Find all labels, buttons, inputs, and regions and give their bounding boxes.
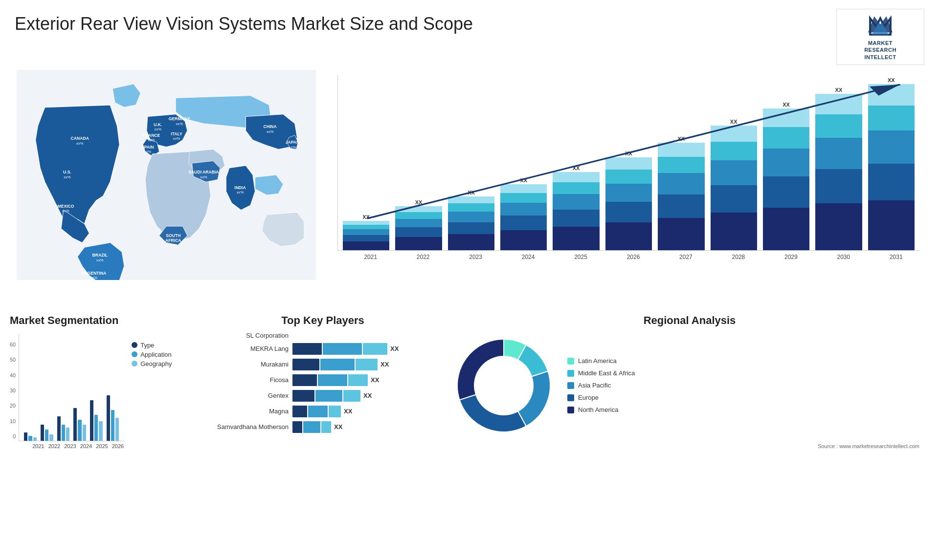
legend-label: Application (140, 351, 172, 358)
seg-y-label: 60 (10, 342, 16, 347)
seg-x-labels: 202120222023202420252026 (32, 443, 124, 449)
seg-bar-application (45, 430, 48, 441)
bar-x-label: 2031 (873, 254, 919, 260)
player-bar-seg (321, 421, 331, 433)
bar-seg (815, 138, 862, 169)
bar-seg (448, 234, 494, 250)
bar-seg (658, 157, 704, 173)
seg-x-label: 2024 (80, 443, 92, 449)
svg-text:xx%: xx% (62, 209, 69, 213)
regional-legend: Latin AmericaMiddle East & AfricaAsia Pa… (567, 357, 635, 413)
bar-seg (448, 196, 494, 203)
svg-text:GERMANY: GERMANY (169, 116, 190, 121)
bar-seg (553, 210, 599, 227)
seg-bar-application (78, 420, 81, 441)
svg-text:ARGENTINA: ARGENTINA (81, 270, 106, 275)
seg-x-label: 2026 (112, 443, 124, 449)
player-bar-seg (320, 359, 355, 370)
bar-year-col: XX (500, 177, 547, 250)
seg-year-group (57, 416, 70, 441)
svg-text:SPAIN: SPAIN (141, 144, 154, 149)
bar-seg (500, 193, 547, 203)
bar-seg (553, 172, 599, 182)
svg-text:xx%: xx% (289, 145, 296, 149)
seg-bar-type (107, 395, 110, 441)
seg-year-group (24, 432, 37, 441)
bar-seg (815, 94, 862, 114)
svg-text:JAPAN: JAPAN (286, 140, 300, 145)
seg-x-label: 2025 (96, 443, 108, 449)
bar-x-label: 2029 (768, 254, 814, 260)
svg-text:xx%: xx% (96, 258, 104, 262)
svg-text:U.S.: U.S. (63, 170, 71, 174)
svg-text:U.K.: U.K. (154, 122, 162, 127)
stacked-bar (343, 221, 389, 250)
bar-seg (343, 221, 389, 225)
bar-seg (448, 222, 494, 234)
svg-text:FRANCE: FRANCE (143, 133, 160, 138)
player-bars: XX (292, 374, 440, 386)
players-list: SL CorporationMEKRA LangXXMurakamiXXFico… (205, 332, 440, 433)
player-bar-seg (292, 390, 314, 402)
player-bar-seg (292, 421, 302, 433)
bar-seg (763, 108, 809, 127)
stacked-bar (711, 126, 757, 250)
svg-text:SOUTH: SOUTH (166, 233, 180, 238)
regional-legend-item: Asia Pacific (567, 382, 635, 389)
player-value: XX (380, 361, 389, 368)
stacked-bar (658, 143, 704, 250)
seg-y-label: 30 (10, 388, 16, 393)
svg-text:MEXICO: MEXICO (58, 204, 74, 209)
bar-seg (605, 222, 652, 250)
bar-seg (658, 173, 704, 194)
bar-x-label: 2024 (505, 254, 551, 260)
svg-text:xx%: xx% (176, 122, 183, 126)
player-bar-seg (292, 343, 322, 355)
bar-seg (605, 170, 652, 184)
segmentation-section: Market Segmentation 6050403020100 202120… (10, 314, 196, 449)
bar-seg (605, 184, 652, 202)
stacked-bar (553, 172, 599, 250)
bar-label-top: XX (730, 119, 738, 125)
player-row: MurakamiXX (205, 359, 440, 370)
player-name: Murakami (205, 361, 289, 368)
bar-year-col: XX (711, 119, 757, 250)
regional-section: Regional Analysis Latin AmericaMiddle Ea… (450, 314, 929, 449)
bar-year-col: XX (658, 136, 704, 250)
svg-text:xx%: xx% (170, 243, 177, 247)
legend-dot (132, 361, 137, 366)
bar-seg (448, 203, 494, 212)
regional-legend-color (567, 382, 574, 389)
bar-seg (343, 229, 389, 235)
regional-legend-color (567, 394, 574, 401)
seg-year-group (73, 408, 86, 441)
player-row: GentexXX (205, 390, 440, 402)
bar-seg (500, 184, 547, 193)
players-title: Top Key Players (205, 314, 440, 327)
player-bar-seg (329, 406, 341, 417)
bar-seg (815, 114, 862, 138)
bar-x-label: 2025 (558, 254, 604, 260)
svg-text:xx%: xx% (173, 136, 180, 141)
player-value: XX (344, 408, 352, 415)
player-row: SL Corporation (205, 332, 440, 339)
player-bar-seg (292, 374, 317, 386)
seg-y-label: 10 (10, 418, 16, 424)
bar-chart-wrapper: XXXXXXXXXXXXXXXXXXXXXX 20212022202320242… (337, 75, 919, 280)
seg-bar-type (73, 408, 77, 441)
player-bars: XX (292, 390, 440, 402)
legend-label: Geography (140, 360, 172, 367)
bar-seg (343, 225, 389, 229)
players-section: Top Key Players SL CorporationMEKRA Lang… (205, 314, 440, 449)
bar-seg (868, 200, 915, 250)
bar-seg (395, 237, 442, 250)
seg-bar-geography (66, 428, 69, 441)
bar-seg (500, 215, 547, 230)
svg-text:xx%: xx% (76, 141, 84, 146)
player-row: Samvardhana MothersonXX (205, 421, 440, 433)
seg-bar-geography (115, 418, 119, 441)
bar-seg (605, 157, 652, 170)
regional-legend-color (567, 407, 574, 413)
regional-content: Latin AmericaMiddle East & AfricaAsia Pa… (450, 332, 929, 439)
svg-text:xx%: xx% (144, 150, 152, 154)
